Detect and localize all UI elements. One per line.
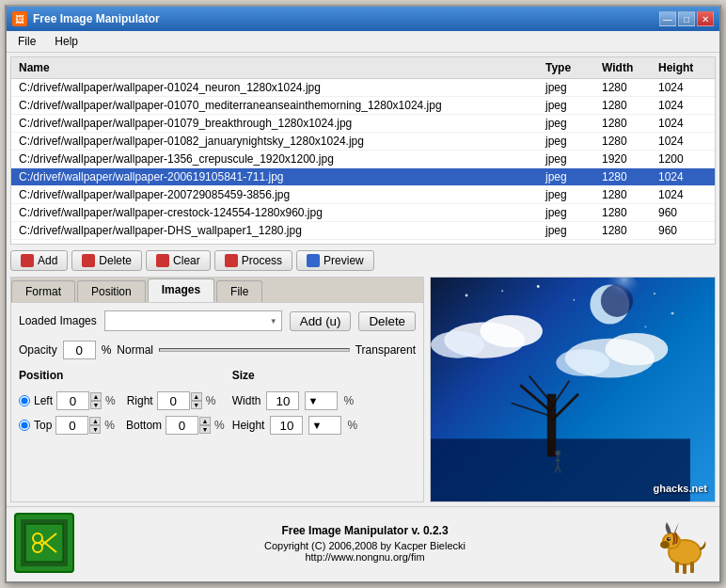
row-type: jpeg [542, 116, 598, 131]
app-logo [14, 513, 74, 573]
menu-help[interactable]: Help [47, 33, 86, 50]
right-spin-arrows: ▲ ▼ [191, 392, 202, 409]
row-width: 1920 [598, 151, 655, 167]
table-row[interactable]: C:/drivef/wallpaper/wallpaper-crestock-1… [11, 204, 715, 222]
logo-icon [21, 519, 68, 566]
left-spin-arrows: ▲ ▼ [90, 392, 102, 409]
height-row: Height ▼ % [232, 416, 416, 435]
tab-file[interactable]: File [216, 280, 262, 302]
bottom-pct: % [214, 419, 225, 432]
table-row[interactable]: C:/drivef/wallpaper/wallpaper-DHS_wallpa… [11, 222, 715, 240]
images-delete-button[interactable]: Delete [358, 311, 416, 331]
opacity-label: Opacity [19, 343, 57, 357]
right-down-arrow[interactable]: ▼ [191, 401, 202, 409]
svg-point-39 [660, 541, 670, 548]
process-button[interactable]: Process [214, 250, 292, 271]
file-list-container: Name Type Width Height C:/drivef/wallpap… [10, 56, 716, 245]
clear-button[interactable]: Clear [146, 250, 211, 271]
title-bar-left: 🖼 Free Image Manipulator [12, 11, 160, 26]
top-down-arrow[interactable]: ▼ [89, 425, 101, 434]
title-buttons: — □ ✕ [659, 11, 714, 26]
preview-icon [307, 254, 320, 267]
minimize-button[interactable]: — [659, 11, 676, 26]
main-window: 🖼 Free Image Manipulator — □ ✕ File Help… [5, 5, 721, 583]
loaded-images-dropdown[interactable]: ▼ [104, 310, 282, 331]
right-input[interactable] [157, 391, 190, 410]
width-row: Width ▼ % [232, 391, 416, 410]
svg-rect-42 [675, 562, 679, 573]
window-title: Free Image Manipulator [33, 12, 160, 25]
col-width: Width [598, 59, 655, 76]
toolbar: Add Delete Clear Process Preview [7, 245, 719, 277]
width-spin-wrapper [266, 391, 299, 410]
row-height: 960 [655, 205, 711, 220]
opacity-input[interactable] [63, 341, 96, 359]
delete-button[interactable]: Delete [71, 250, 142, 271]
preview-watermark: ghacks.net [654, 483, 707, 494]
row-width: 1280 [598, 134, 655, 149]
right-label: Right [127, 394, 153, 407]
add-label: Add [38, 254, 57, 267]
table-row[interactable]: C:/drivef/wallpaper/wallpaper-1356_crepu… [11, 151, 715, 168]
svg-point-3 [466, 294, 468, 297]
bottom-label: Bottom [126, 419, 162, 432]
height-input[interactable] [270, 416, 303, 435]
width-dropdown[interactable]: ▼ [305, 391, 338, 410]
preview-button[interactable]: Preview [296, 250, 374, 271]
opacity-unit: % [102, 343, 112, 357]
width-label: Width [232, 394, 261, 407]
right-spin-wrapper: ▲ ▼ [157, 391, 202, 410]
maximize-button[interactable]: □ [678, 11, 695, 26]
loaded-images-label: Loaded Images [19, 314, 97, 327]
title-bar: 🖼 Free Image Manipulator — □ ✕ [7, 7, 719, 31]
left-up-arrow[interactable]: ▲ [90, 392, 102, 401]
opacity-slider[interactable] [159, 348, 350, 352]
top-radio[interactable] [19, 420, 30, 431]
bottom-input[interactable] [166, 416, 198, 435]
table-row-selected[interactable]: C:/drivef/wallpaper/wallpaper-2006191058… [11, 168, 715, 186]
row-width: 1280 [598, 98, 655, 113]
table-row[interactable]: C:/drivef/wallpaper/wallpaper-01079_brea… [11, 115, 715, 133]
bottom-up-arrow[interactable]: ▲ [199, 417, 211, 425]
top-input[interactable] [55, 416, 88, 435]
row-height: 1024 [655, 169, 711, 184]
add-button[interactable]: Add [10, 250, 68, 271]
delete-icon [82, 254, 95, 267]
position-label: Position [19, 369, 225, 382]
width-input[interactable] [266, 391, 299, 410]
delete-label: Delete [99, 254, 132, 267]
main-content: Name Type Width Height C:/drivef/wallpap… [7, 53, 719, 579]
transparent-label: Transparent [355, 343, 416, 357]
table-row[interactable]: C:/drivef/wallpaper/wallpaper-2007290854… [11, 186, 715, 204]
add-u-button[interactable]: Add (u) [290, 311, 352, 331]
preview-image: ghacks.net [431, 278, 715, 501]
svg-rect-17 [431, 438, 690, 501]
bottom-down-arrow[interactable]: ▼ [199, 425, 211, 434]
right-up-arrow[interactable]: ▲ [191, 392, 202, 401]
close-button[interactable]: ✕ [697, 11, 714, 26]
table-row[interactable]: C:/drivef/wallpaper/wallpaper-01082_janu… [11, 133, 715, 151]
left-radio[interactable] [19, 395, 30, 406]
table-row[interactable]: C:/drivef/wallpaper/wallpaper-01024_neur… [11, 79, 715, 97]
app-url: http://www.nongnu.org/fim [84, 551, 646, 563]
menu-file[interactable]: File [10, 33, 43, 50]
row-type: jpeg [542, 205, 598, 220]
tab-images[interactable]: Images [148, 278, 214, 302]
row-height: 1200 [655, 151, 711, 167]
table-row[interactable]: C:/drivef/wallpaper/wallpaper-01070_medi… [11, 97, 715, 115]
top-up-arrow[interactable]: ▲ [89, 417, 101, 425]
left-input[interactable] [56, 391, 89, 410]
top-spin-arrows: ▲ ▼ [89, 417, 101, 434]
size-label: Size [232, 369, 416, 382]
left-down-arrow[interactable]: ▼ [90, 401, 102, 409]
svg-point-2 [574, 278, 645, 341]
height-dropdown[interactable]: ▼ [308, 416, 341, 435]
top-label: Top [34, 419, 52, 432]
tab-format[interactable]: Format [11, 280, 75, 302]
left-panel: Format Position Images File Loaded Image… [10, 277, 424, 502]
file-list-body[interactable]: C:/drivef/wallpaper/wallpaper-01024_neur… [11, 79, 715, 243]
svg-point-7 [654, 293, 655, 294]
tab-position[interactable]: Position [77, 280, 146, 302]
left-spin-wrapper: ▲ ▼ [56, 391, 102, 410]
file-list-header: Name Type Width Height [11, 57, 715, 79]
